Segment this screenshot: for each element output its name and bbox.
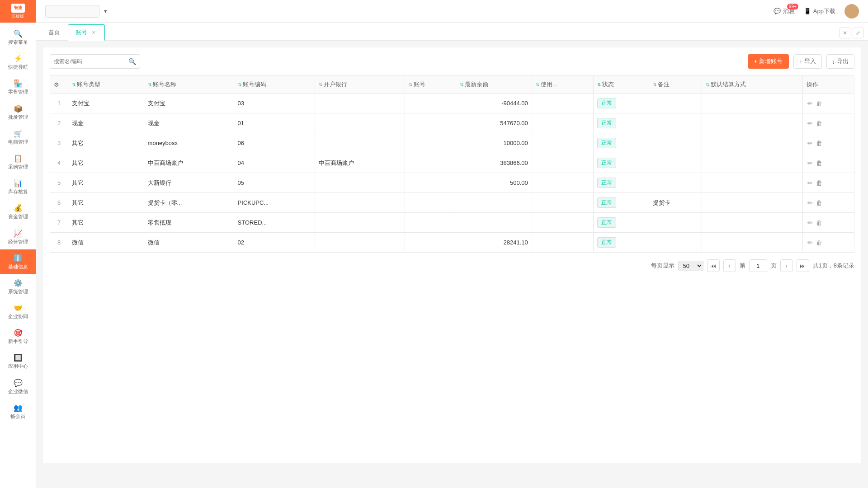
- pagination: 每页显示 50 100 200 ⏮ ‹ 第 页 › ⏭ 共1页，8条记录: [50, 253, 854, 279]
- delete-button-7[interactable]: 🗑: [815, 238, 823, 247]
- cell-type-7: 微信: [68, 233, 144, 253]
- message-button[interactable]: 💬 消息 99+: [774, 7, 795, 15]
- delete-button-0[interactable]: 🗑: [815, 99, 823, 108]
- tab-account[interactable]: 账号 ×: [68, 24, 105, 41]
- message-icon: 💬: [774, 8, 781, 14]
- main-area: ▾ 💬 消息 99+ 📱 App下载 首页 账号 × ✕ ⤢: [36, 0, 868, 488]
- search-input[interactable]: [54, 58, 128, 65]
- add-account-button[interactable]: + 新增账号: [748, 54, 789, 69]
- tab-expand-button[interactable]: ⤢: [853, 28, 863, 38]
- cell-action-7: ✏ 🗑: [802, 233, 854, 253]
- global-search-input[interactable]: [45, 5, 99, 18]
- edit-button-7[interactable]: ✏: [807, 238, 814, 247]
- import-button[interactable]: ↑ 导入: [793, 54, 822, 69]
- cell-status-1: 正常: [593, 113, 649, 133]
- th-name[interactable]: ⇅账号名称: [144, 76, 234, 94]
- sidebar-item-7[interactable]: 💰 资金管理: [0, 199, 36, 224]
- delete-button-6[interactable]: 🗑: [815, 218, 823, 227]
- sidebar-item-8[interactable]: 📈 经营管理: [0, 225, 36, 249]
- edit-button-0[interactable]: ✏: [807, 99, 814, 108]
- cell-balance-5: [456, 193, 532, 213]
- sidebar-label-5: 采购管理: [8, 164, 28, 170]
- table-row: 1 支付宝 支付宝 03 -90444.00 正常 ✏ 🗑: [50, 94, 854, 113]
- cell-balance-3: 383866.00: [456, 153, 532, 173]
- delete-button-2[interactable]: 🗑: [815, 139, 823, 148]
- delete-button-1[interactable]: 🗑: [815, 119, 823, 128]
- sidebar-label-8: 经营管理: [8, 239, 28, 245]
- dropdown-toggle[interactable]: ▾: [104, 8, 107, 14]
- th-balance[interactable]: ⇅最新余额: [456, 76, 532, 94]
- sidebar-item-6[interactable]: 📊 库存核算: [0, 174, 36, 199]
- sidebar-item-1[interactable]: ⚡ 快捷导航: [0, 50, 36, 75]
- tab-close-all-button[interactable]: ✕: [840, 28, 850, 38]
- tab-close-icon[interactable]: ×: [90, 29, 97, 36]
- table-body: 1 支付宝 支付宝 03 -90444.00 正常 ✏ 🗑 2 现金 现金 01…: [50, 94, 854, 253]
- th-account[interactable]: ⇅账号: [405, 76, 456, 94]
- sidebar-item-4[interactable]: 🛒 电商管理: [0, 125, 36, 150]
- search-wrap: 🔍: [50, 54, 140, 69]
- th-note[interactable]: ⇅备注: [649, 76, 702, 94]
- cell-name-7: 微信: [144, 233, 234, 253]
- app-download-button[interactable]: 📱 App下载: [804, 7, 835, 15]
- per-page-select[interactable]: 50 100 200: [678, 261, 703, 271]
- page-number-input[interactable]: [749, 259, 767, 272]
- sidebar-item-5[interactable]: 📋 采购管理: [0, 150, 36, 174]
- delete-button-5[interactable]: 🗑: [815, 198, 823, 207]
- sidebar-label-7: 资金管理: [8, 214, 28, 220]
- cell-usage-2: [532, 133, 593, 153]
- last-page-button[interactable]: ⏭: [797, 259, 809, 272]
- cell-name-5: 提货卡（零...: [144, 193, 234, 213]
- header-right: 💬 消息 99+ 📱 App下载: [774, 4, 859, 19]
- cell-code-1: 01: [234, 113, 315, 133]
- app-logo: 畅捷 乐版版: [0, 0, 36, 23]
- cell-note-1: [649, 113, 702, 133]
- edit-button-3[interactable]: ✏: [807, 159, 814, 168]
- delete-button-4[interactable]: 🗑: [815, 178, 823, 188]
- edit-button-2[interactable]: ✏: [807, 139, 814, 148]
- sidebar-item-15[interactable]: 👥 畅会员: [0, 399, 36, 424]
- sidebar-item-10[interactable]: ⚙️ 系统管理: [0, 274, 36, 299]
- cell-default-payment-3: [702, 153, 802, 173]
- sidebar-item-0[interactable]: 🔍 搜索菜单: [0, 25, 36, 50]
- th-default-payment[interactable]: ⇅默认结算方式: [702, 76, 802, 94]
- cell-bank-5: [315, 193, 405, 213]
- prev-page-button[interactable]: ‹: [723, 259, 736, 272]
- edit-button-1[interactable]: ✏: [807, 119, 814, 128]
- cell-usage-3: [532, 153, 593, 173]
- sidebar-label-4: 电商管理: [8, 139, 28, 145]
- cell-account-5: [405, 193, 456, 213]
- cell-bank-1: [315, 113, 405, 133]
- import-label: 导入: [804, 57, 816, 66]
- delete-button-3[interactable]: 🗑: [815, 159, 823, 168]
- export-button[interactable]: ↓ 导出: [826, 54, 855, 69]
- edit-button-6[interactable]: ✏: [807, 218, 814, 227]
- cell-default-payment-5: [702, 193, 802, 213]
- user-avatar[interactable]: [844, 4, 859, 19]
- top-header: ▾ 💬 消息 99+ 📱 App下载: [36, 0, 868, 23]
- edit-button-4[interactable]: ✏: [807, 178, 814, 188]
- sidebar-label-12: 新手引导: [8, 338, 28, 344]
- th-code[interactable]: ⇅账号编码: [234, 76, 315, 94]
- edit-button-5[interactable]: ✏: [807, 198, 814, 207]
- th-usage[interactable]: ⇅使用...: [532, 76, 593, 94]
- sidebar-item-2[interactable]: 🏪 零售管理: [0, 75, 36, 99]
- th-type[interactable]: ⇅账号类型: [68, 76, 144, 94]
- sidebar-item-13[interactable]: 🔲 应用中心: [0, 349, 36, 374]
- th-settings[interactable]: ⚙: [50, 76, 68, 94]
- search-icon[interactable]: 🔍: [128, 58, 136, 65]
- cell-note-7: [649, 233, 702, 253]
- cell-note-0: [649, 94, 702, 113]
- first-page-button[interactable]: ⏮: [707, 259, 720, 272]
- th-status[interactable]: ⇅状态: [593, 76, 649, 94]
- cell-usage-0: [532, 94, 593, 113]
- sidebar-item-12[interactable]: 🎯 新手引导: [0, 324, 36, 349]
- cell-bank-6: [315, 213, 405, 233]
- tab-home[interactable]: 首页: [41, 24, 68, 40]
- sidebar-item-9[interactable]: ℹ️ 基础信息: [0, 249, 36, 274]
- next-page-button[interactable]: ›: [780, 259, 793, 272]
- sidebar-item-14[interactable]: 💬 企业微信: [0, 374, 36, 399]
- sidebar-item-11[interactable]: 🤝 企业协同: [0, 299, 36, 324]
- cell-bank-2: [315, 133, 405, 153]
- sidebar-item-3[interactable]: 📦 批发管理: [0, 100, 36, 125]
- th-bank[interactable]: ⇅开户银行: [315, 76, 405, 94]
